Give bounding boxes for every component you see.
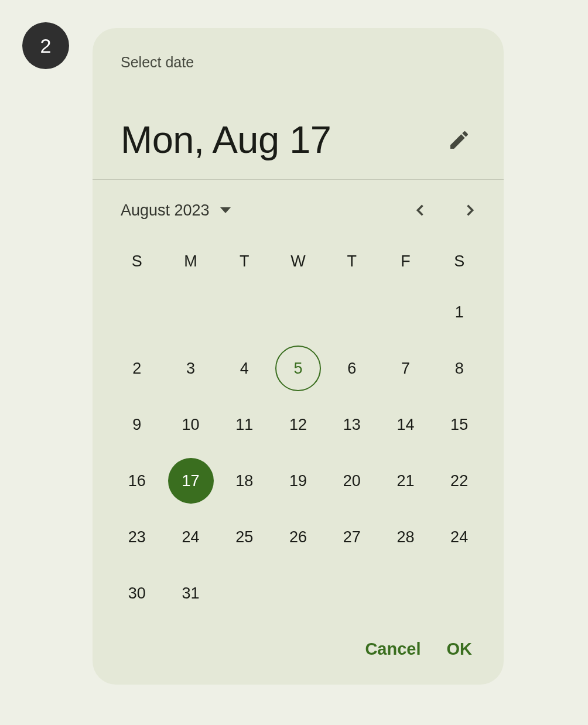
weekday-fri: F [379,244,433,279]
day-7[interactable]: 7 [382,346,428,391]
day-cell: 6 [325,346,379,391]
day-cell [379,289,433,335]
day-19[interactable]: 19 [275,458,321,504]
day-31[interactable]: 31 [168,570,214,616]
day-4[interactable]: 4 [221,346,267,391]
cancel-button[interactable]: Cancel [365,639,421,659]
chevron-left-icon [412,202,429,218]
day-20[interactable]: 20 [329,458,375,504]
day-24[interactable]: 24 [168,514,214,560]
day-23[interactable]: 23 [114,514,160,560]
day-cell: 3 [164,346,218,391]
day-17[interactable]: 17 [168,458,214,504]
chevron-right-icon [461,202,478,218]
day-cell: 8 [432,346,486,391]
day-cell: 26 [271,514,325,560]
next-month-button[interactable] [453,194,486,227]
day-cell: 24 [432,514,486,560]
day-cell: 10 [164,402,218,447]
day-cell: 25 [217,514,271,560]
day-cell: 12 [271,402,325,447]
supporting-text: Select date [121,54,476,71]
weekday-thu: T [325,244,379,279]
day-24[interactable]: 24 [436,514,482,560]
day-9[interactable]: 9 [114,402,160,447]
weekday-sun: S [110,244,164,279]
day-cell [164,289,218,335]
day-25[interactable]: 25 [221,514,267,560]
headline-date: Mon, Aug 17 [121,118,331,162]
day-cell: 11 [217,402,271,447]
day-cell: 17 [164,458,218,504]
day-cell: 23 [110,514,164,560]
step-badge: 2 [22,22,69,69]
calendar-grid: S M T W T F S 12345678910111213141516171… [93,232,504,622]
day-11[interactable]: 11 [221,402,267,447]
day-cell: 9 [110,402,164,447]
day-27[interactable]: 27 [329,514,375,560]
month-controls: August 2023 [93,180,504,232]
day-26[interactable]: 26 [275,514,321,560]
headline-row: Mon, Aug 17 [121,118,476,162]
weekday-sat: S [432,244,486,279]
day-1[interactable]: 1 [436,289,482,335]
day-cell: 21 [379,458,433,504]
day-cell [325,289,379,335]
day-cell [110,289,164,335]
day-cell: 28 [379,514,433,560]
day-cell: 22 [432,458,486,504]
day-cell: 18 [217,458,271,504]
day-cell [271,289,325,335]
day-cell: 7 [379,346,433,391]
day-30[interactable]: 30 [114,570,160,616]
day-cell: 5 [271,346,325,391]
day-cell: 2 [110,346,164,391]
day-cell: 13 [325,402,379,447]
day-cell: 14 [379,402,433,447]
weekday-mon: M [164,244,218,279]
day-cell: 20 [325,458,379,504]
day-cell [217,289,271,335]
ok-button[interactable]: OK [447,639,473,659]
prev-month-button[interactable] [404,194,437,227]
day-10[interactable]: 10 [168,402,214,447]
day-21[interactable]: 21 [382,458,428,504]
day-cell: 24 [164,514,218,560]
month-label: August 2023 [121,201,210,220]
date-picker: Select date Mon, Aug 17 August 2023 S [93,28,504,685]
day-cell: 15 [432,402,486,447]
day-cell: 16 [110,458,164,504]
weekday-row: S M T W T F S [110,244,486,279]
day-cell: 30 [110,570,164,616]
day-28[interactable]: 28 [382,514,428,560]
month-dropdown[interactable]: August 2023 [121,201,231,220]
day-cell: 31 [164,570,218,616]
day-cell: 4 [217,346,271,391]
day-2[interactable]: 2 [114,346,160,391]
pencil-icon [447,128,471,152]
day-cell: 1 [432,289,486,335]
day-8[interactable]: 8 [436,346,482,391]
day-16[interactable]: 16 [114,458,160,504]
weekday-wed: W [271,244,325,279]
days-grid: 1234567891011121314151617181920212223242… [110,289,486,616]
day-14[interactable]: 14 [382,402,428,447]
day-6[interactable]: 6 [329,346,375,391]
day-3[interactable]: 3 [168,346,214,391]
day-18[interactable]: 18 [221,458,267,504]
day-13[interactable]: 13 [329,402,375,447]
day-15[interactable]: 15 [436,402,482,447]
action-row: Cancel OK [93,622,504,685]
nav-arrows [404,194,486,227]
chevron-down-icon [220,207,231,213]
day-cell: 27 [325,514,379,560]
day-5[interactable]: 5 [275,346,321,391]
weekday-tue: T [217,244,271,279]
day-22[interactable]: 22 [436,458,482,504]
picker-header: Select date Mon, Aug 17 [93,28,504,180]
day-12[interactable]: 12 [275,402,321,447]
day-cell: 19 [271,458,325,504]
edit-button[interactable] [443,124,476,156]
